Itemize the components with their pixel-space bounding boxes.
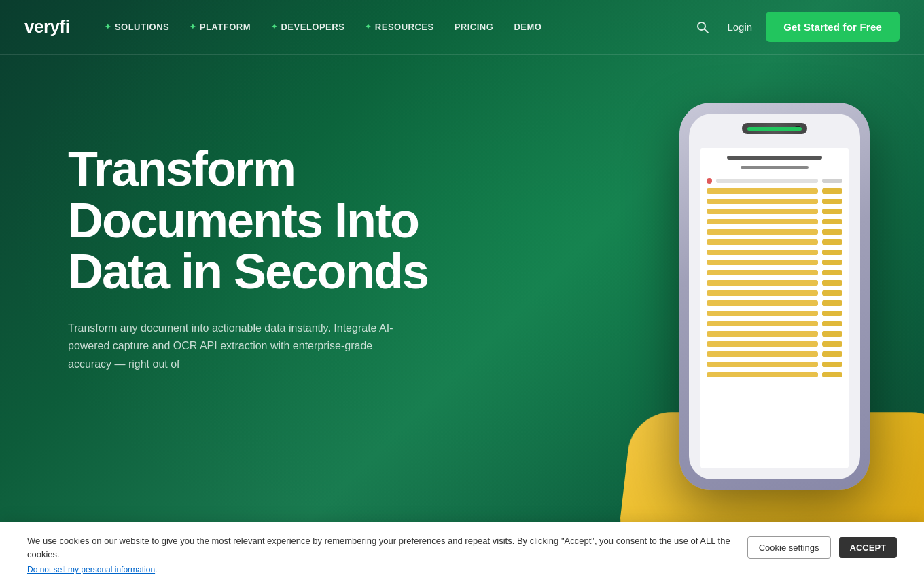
hero-headline: Transform Documents Into Data in Seconds <box>68 143 448 298</box>
get-started-button[interactable]: Get Started for Free <box>766 12 900 42</box>
receipt-bar-short <box>822 270 842 275</box>
spark-icon: ✦ <box>271 22 278 31</box>
do-not-sell-link[interactable]: Do not sell my personal information <box>27 565 155 574</box>
receipt-bar-short <box>822 250 842 255</box>
receipt-row <box>707 177 842 184</box>
nav-item-pricing[interactable]: PRICING <box>446 16 502 37</box>
nav-item-platform[interactable]: ✦ PLATFORM <box>181 16 259 37</box>
receipt-bar-gold <box>707 280 818 286</box>
svg-line-1 <box>705 29 708 33</box>
hero-text: Transform Documents Into Data in Seconds… <box>68 109 448 373</box>
receipt-row <box>707 198 842 205</box>
nav-item-developers[interactable]: ✦ DEVELOPERS <box>263 16 353 37</box>
receipt-row <box>707 361 842 368</box>
receipt-bar-short <box>822 199 842 204</box>
cookie-main: We use cookies on our website to give yo… <box>27 534 897 561</box>
navbar: veryfi ✦ SOLUTIONS ✦ PLATFORM ✦ DEVELOPE… <box>0 0 924 54</box>
spark-icon: ✦ <box>190 22 196 31</box>
spark-icon: ✦ <box>105 22 111 31</box>
receipt-bar-gold <box>707 219 818 224</box>
receipt-bar-gold <box>707 199 818 204</box>
receipt-row <box>707 259 842 266</box>
receipt-row <box>707 320 842 327</box>
receipt-bar-short <box>822 341 842 347</box>
receipt-row <box>707 341 842 347</box>
receipt-bar-gold <box>707 372 818 377</box>
nav-item-resources[interactable]: ✦ RESOURCES <box>357 16 442 37</box>
receipt-row <box>707 330 842 337</box>
receipt-area <box>700 148 849 468</box>
receipt-bar-gold <box>707 239 818 245</box>
search-icon <box>696 20 709 34</box>
receipt-bar-short <box>822 300 842 306</box>
receipt-row <box>707 351 842 358</box>
login-link[interactable]: Login <box>727 21 752 33</box>
cookie-accept-button[interactable]: ACCEPT <box>839 537 897 558</box>
hero-section: veryfi ✦ SOLUTIONS ✦ PLATFORM ✦ DEVELOPE… <box>0 0 924 584</box>
receipt-row <box>707 310 842 317</box>
logo[interactable]: veryfi <box>24 16 69 37</box>
receipt-bar-gold <box>707 290 818 296</box>
receipt-row <box>707 371 842 378</box>
receipt-bar-short <box>822 280 842 286</box>
receipt-row <box>707 279 842 286</box>
receipt-bar-short <box>822 239 842 245</box>
nav-right: Login Get Started for Free <box>692 12 900 42</box>
receipt-bar-gold <box>707 209 818 214</box>
hero-subtext: Transform any document into actionable d… <box>68 320 408 373</box>
receipt-row <box>707 218 842 225</box>
receipt-bar-short <box>822 219 842 224</box>
receipt-bar-short <box>822 260 842 265</box>
nav-item-demo[interactable]: DEMO <box>505 16 550 37</box>
receipt-bar-gold <box>707 362 818 367</box>
receipt-row <box>707 249 842 256</box>
receipt-bar-short <box>822 372 842 377</box>
receipt-bar-short <box>822 229 842 235</box>
cookie-banner: We use cookies on our website to give yo… <box>0 522 924 584</box>
receipt-bar-short <box>822 351 842 357</box>
nav-divider <box>0 54 924 55</box>
search-button[interactable] <box>692 16 713 38</box>
receipt-bar-gold <box>707 300 818 306</box>
receipt-row <box>707 300 842 307</box>
hero-body: Transform Documents Into Data in Seconds… <box>0 55 924 584</box>
receipt-bar-gold <box>707 341 818 347</box>
receipt-bar-short <box>822 188 842 194</box>
receipt-bar-gold <box>707 351 818 357</box>
receipt-bar-short <box>822 290 842 296</box>
receipt-row <box>707 269 842 276</box>
receipt-bar-short <box>822 179 842 183</box>
cookie-settings-button[interactable]: Cookie settings <box>747 536 831 559</box>
spark-icon: ✦ <box>365 22 372 31</box>
receipt-row <box>707 239 842 245</box>
receipt-bar-gold <box>707 311 818 316</box>
phone-green-bar <box>747 127 802 131</box>
phone-inner <box>689 114 860 479</box>
nav-item-solutions[interactable]: ✦ SOLUTIONS <box>96 16 177 37</box>
receipt-bar-short <box>822 209 842 214</box>
receipt-bar-short <box>822 331 842 337</box>
receipt-dot-red <box>707 178 712 184</box>
receipt-bar-gold <box>707 270 818 275</box>
cookie-secondary: Do not sell my personal information. <box>27 565 897 574</box>
phone-outer <box>679 103 870 490</box>
receipt-header <box>727 156 822 160</box>
receipt-bar-short <box>822 311 842 316</box>
phone-illustration <box>645 89 904 517</box>
receipt-bar-short <box>822 321 842 326</box>
receipt-bar-gold <box>707 260 818 265</box>
receipt-subheader <box>741 166 808 169</box>
nav-links: ✦ SOLUTIONS ✦ PLATFORM ✦ DEVELOPERS ✦ RE… <box>96 16 692 37</box>
cookie-actions: Cookie settings ACCEPT <box>747 536 897 559</box>
receipt-row <box>707 188 842 194</box>
receipt-row <box>707 228 842 235</box>
receipt-row <box>707 290 842 296</box>
receipt-bar-gold <box>707 321 818 326</box>
receipt-row <box>707 208 842 215</box>
receipt-bar <box>716 179 818 183</box>
receipt-bar-gold <box>707 331 818 337</box>
receipt-bar-gold <box>707 188 818 194</box>
receipt-bar-short <box>822 362 842 367</box>
receipt-bar-gold <box>707 250 818 255</box>
receipt-bar-gold <box>707 229 818 235</box>
